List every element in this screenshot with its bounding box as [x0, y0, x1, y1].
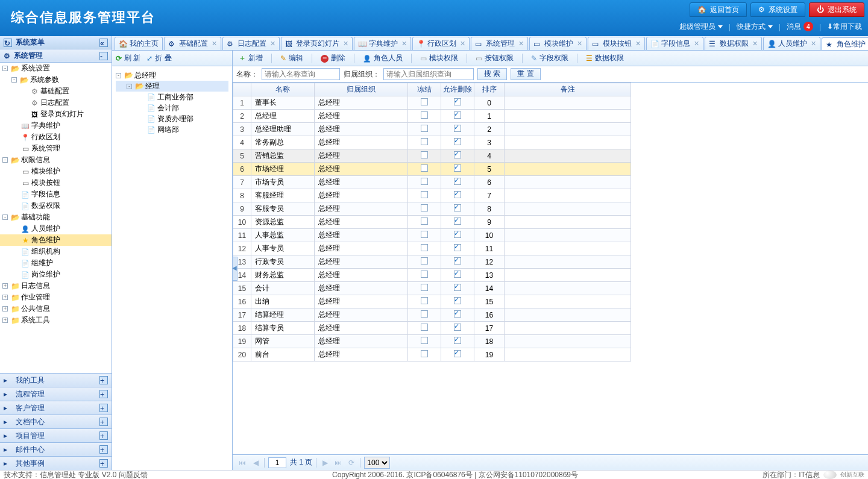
allow-delete-checkbox[interactable]: [454, 151, 461, 158]
allow-delete-checkbox[interactable]: [454, 284, 461, 291]
expand-icon[interactable]: -: [2, 214, 8, 220]
field-auth-button[interactable]: 字段权限: [529, 53, 571, 63]
close-icon[interactable]: ✕: [401, 40, 407, 48]
tab-字段信息[interactable]: 📄字段信息✕: [646, 37, 703, 50]
table-row[interactable]: 8客服经理总经理7: [233, 189, 631, 202]
filter-name-input[interactable]: [262, 68, 340, 80]
tab-我的主页[interactable]: 🏠我的主页: [115, 37, 163, 50]
sidebar-accordion-客户管理[interactable]: ▸客户管理+: [0, 401, 112, 415]
table-row[interactable]: 1董事长总经理0: [233, 96, 631, 110]
expand-icon[interactable]: -: [127, 84, 132, 89]
table-row[interactable]: 5营销总监总经理4: [233, 149, 631, 163]
frozen-checkbox[interactable]: [421, 310, 428, 318]
tab-角色维护[interactable]: ★角色维护✕: [822, 37, 868, 51]
sidebar-item-组维护[interactable]: 组维护: [0, 257, 112, 269]
allow-delete-checkbox[interactable]: [454, 164, 461, 172]
fold-button[interactable]: 折 叠: [146, 53, 171, 63]
sidebar-accordion-其他事例[interactable]: ▸其他事例+: [0, 456, 112, 470]
sidebar-item-权限信息[interactable]: -权限信息: [0, 154, 112, 166]
panel-collapse-handle[interactable]: [233, 257, 237, 281]
table-row[interactable]: 12人事专员总经理11: [233, 242, 631, 255]
org-tree-node-工商业务部[interactable]: 工商业务部: [116, 92, 228, 102]
sidebar-group-sysadmin[interactable]: ⚙ 系统管理 -: [0, 49, 112, 63]
frozen-checkbox[interactable]: [421, 164, 428, 172]
sidebar-accordion-流程管理[interactable]: ▸流程管理+: [0, 387, 112, 401]
frozen-checkbox[interactable]: [421, 324, 428, 331]
expand-icon[interactable]: +: [99, 445, 108, 454]
allow-delete-checkbox[interactable]: [454, 125, 461, 132]
table-row[interactable]: 17结算经理总经理16: [233, 308, 631, 322]
grid-col-1[interactable]: 名称: [251, 83, 315, 96]
frozen-checkbox[interactable]: [421, 98, 428, 105]
page-first-button[interactable]: ⏮: [237, 458, 247, 468]
page-input[interactable]: [268, 457, 286, 468]
expand-icon[interactable]: -: [2, 66, 8, 71]
frozen-checkbox[interactable]: [421, 337, 428, 344]
expand-icon[interactable]: +: [99, 376, 108, 384]
grid-col-3[interactable]: 冻结: [408, 83, 441, 96]
filter-org-input[interactable]: [383, 68, 474, 80]
expand-icon[interactable]: -: [2, 157, 8, 163]
table-row[interactable]: 4常务副总总经理3: [233, 136, 631, 149]
table-row[interactable]: 14财务总监总经理13: [233, 269, 631, 282]
frozen-checkbox[interactable]: [421, 350, 428, 357]
page-next-button[interactable]: ▶: [320, 458, 330, 468]
frozen-checkbox[interactable]: [421, 284, 428, 291]
sidebar-item-基础功能[interactable]: -基础功能: [0, 211, 112, 223]
add-button[interactable]: 新增: [236, 53, 265, 63]
sidebar-item-系统参数[interactable]: -系统参数: [0, 74, 112, 86]
table-row[interactable]: 19网管总经理18: [233, 335, 631, 348]
refresh-button[interactable]: 刷 新: [116, 53, 140, 63]
table-row[interactable]: 2总经理总经理1: [233, 110, 631, 123]
allow-delete-checkbox[interactable]: [454, 337, 461, 344]
sidebar-item-系统设置[interactable]: -系统设置: [0, 63, 112, 74]
frozen-checkbox[interactable]: [421, 218, 428, 225]
page-refresh-button[interactable]: ⟳: [347, 458, 356, 468]
expand-icon[interactable]: -: [11, 77, 17, 83]
collapse-icon[interactable]: -: [99, 52, 108, 60]
tab-行政区划[interactable]: 📍行政区划✕: [412, 37, 470, 50]
grid-col-6[interactable]: 备注: [505, 83, 631, 96]
search-button[interactable]: 搜 索: [477, 68, 507, 80]
logout-button[interactable]: ⏻ 退出系统: [809, 2, 864, 17]
sidebar-item-登录页幻灯片[interactable]: 登录页幻灯片: [0, 108, 112, 120]
sidebar-item-岗位维护[interactable]: 岗位维护: [0, 269, 112, 280]
frozen-checkbox[interactable]: [421, 138, 428, 145]
sidebar-accordion-邮件中心[interactable]: ▸邮件中心+: [0, 442, 112, 456]
tab-数据权限[interactable]: ☰数据权限✕: [705, 37, 762, 50]
edit-button[interactable]: 编辑: [278, 53, 306, 63]
grid-col-0[interactable]: [233, 83, 251, 96]
sidebar-item-行政区划[interactable]: 行政区划: [0, 131, 112, 143]
tab-字典维护[interactable]: 📖字典维护✕: [354, 37, 411, 50]
allow-delete-checkbox[interactable]: [454, 231, 461, 238]
sidebar-item-公共信息[interactable]: +公共信息: [0, 303, 112, 315]
allow-delete-checkbox[interactable]: [454, 178, 461, 185]
close-icon[interactable]: ✕: [270, 40, 275, 48]
allow-delete-checkbox[interactable]: [454, 138, 461, 145]
allow-delete-checkbox[interactable]: [454, 244, 461, 251]
sidebar-item-人员维护[interactable]: 人员维护: [0, 223, 112, 234]
allow-delete-checkbox[interactable]: [454, 257, 461, 265]
sidebar-item-组织机构[interactable]: 组织机构: [0, 246, 112, 257]
close-icon[interactable]: ✕: [518, 40, 524, 48]
close-icon[interactable]: ✕: [811, 40, 816, 48]
expand-icon[interactable]: +: [2, 295, 8, 300]
reset-button[interactable]: 重 置: [511, 68, 540, 80]
tab-模块按钮[interactable]: ▭模块按钮✕: [588, 37, 645, 50]
sidebar-item-角色维护[interactable]: 角色维护: [0, 234, 112, 246]
table-row[interactable]: 13行政专员总经理12: [233, 255, 631, 269]
table-row[interactable]: 3总经理助理总经理2: [233, 123, 631, 136]
page-last-button[interactable]: ⏭: [333, 458, 343, 468]
module-auth-button[interactable]: 模块权限: [418, 53, 461, 63]
page-prev-button[interactable]: ◀: [251, 458, 260, 468]
sidebar-item-数据权限[interactable]: 数据权限: [0, 200, 112, 211]
expand-icon[interactable]: +: [99, 390, 108, 398]
frozen-checkbox[interactable]: [421, 125, 428, 132]
close-icon[interactable]: ✕: [752, 40, 758, 48]
allow-delete-checkbox[interactable]: [454, 271, 461, 278]
download-link[interactable]: ⬇常用下载: [827, 22, 862, 32]
allow-delete-checkbox[interactable]: [454, 191, 461, 198]
frozen-checkbox[interactable]: [421, 271, 428, 278]
refresh-icon[interactable]: ↻: [4, 39, 12, 47]
table-row[interactable]: 18结算专员总经理17: [233, 322, 631, 335]
